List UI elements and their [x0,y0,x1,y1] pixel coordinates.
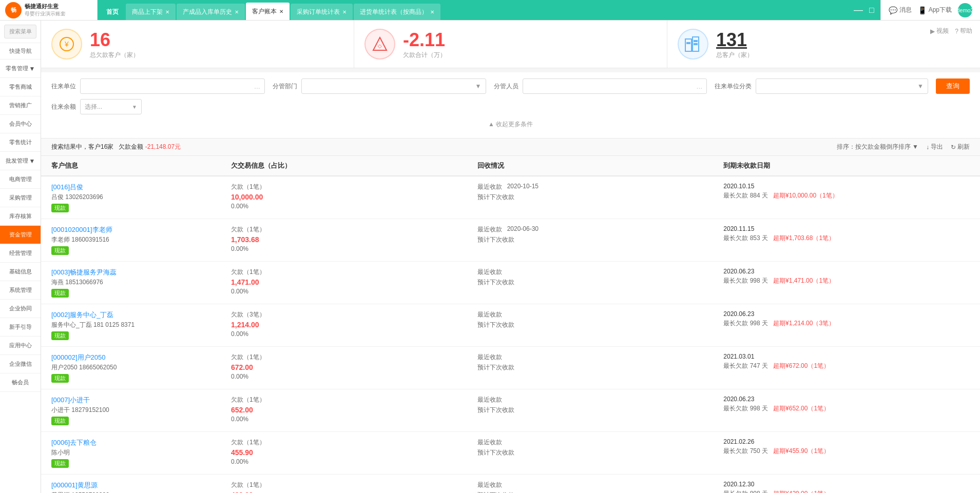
sidebar-item-new-guide[interactable]: 新手引导 [0,318,41,337]
filter-item-person: 分管人员 ... [494,78,707,94]
tab-customer-account[interactable]: 客户账本 ✕ [246,3,290,20]
sidebar-item-batch-management[interactable]: 批发管理 ▼ [0,152,41,170]
sidebar-item-inventory[interactable]: 库存核算 [0,207,41,226]
sidebar-item-retail-stats[interactable]: 零售统计 [0,133,41,152]
quick-nav-label: 快捷导航 [0,43,41,60]
sidebar-item-operations[interactable]: 经营管理 [0,244,41,263]
debt-info-0: 欠款（1笔） 10,000.00 0.00% [231,183,477,210]
view-video-btn[interactable]: ▶ 视频 [930,27,949,35]
debt-amount-5[interactable]: 652.00 [231,406,477,414]
sidebar-item-retail-store[interactable]: 零售商城 [0,78,41,96]
tab-inbound-stats[interactable]: 进货单统计表（按商品） ✕ [354,4,440,20]
table-row: [0006]去下粮仓 陈小明 现款 欠款（1笔） 455.90 0.00% 最近… [41,432,980,475]
tab-products-close[interactable]: ✕ [165,9,169,15]
sidebar-item-finance[interactable]: 资金管理 [0,226,41,244]
filter-item-dept: 分管部门 ▼ [273,78,486,94]
tab-purchase-stats-close[interactable]: ✕ [342,9,347,15]
sidebar-item-enterprise-wechat[interactable]: 企业微信 [0,355,41,373]
filter-dept-arrow: ▼ [475,83,482,90]
tab-production[interactable]: 产成品入库单历史 ✕ [177,4,245,20]
overdue-link-0[interactable]: 超期¥10,000.00（1笔） [773,192,838,199]
overdue-link-7[interactable]: 超期¥429.00（1笔） [773,490,830,493]
customer-code-6[interactable]: [0006]去下粮仓 [51,438,231,447]
message-btn[interactable]: 💬 消息 [889,6,912,14]
data-table: 客户信息 欠交易信息（占比） 回收情况 到期未收款日期 [0016]吕俊 吕俊 … [41,156,980,493]
sidebar-item-system[interactable]: 系统管理 [0,281,41,300]
filter-unit-label: 往来单位 [51,82,76,91]
brand-name: 畅捷通好生意 [25,3,66,10]
sidebar-item-member-center[interactable]: 会员中心 [0,115,41,133]
sidebar-item-marketing[interactable]: 营销推广 [0,96,41,115]
customer-code-5[interactable]: [0007]小进干 [51,396,231,405]
filter-balance-select[interactable]: 选择... ▼ [80,99,142,114]
customer-code-4[interactable]: [000002]用户2050 [51,353,231,362]
total-label: 总客户（家） [716,51,753,60]
debt-amount-1[interactable]: 1,703.68 [231,235,477,244]
recovery-info-6: 最近收款 预计下次收款 [477,438,724,457]
filter-category-input[interactable]: ▼ [756,78,928,94]
col-header-customer: 客户信息 [51,161,231,170]
customer-info-5: [0007]小进干 小进干 18279152100 现款 [51,396,231,425]
collapse-btn[interactable]: ▲ 收起更多条件 [51,117,970,132]
overdue-link-1[interactable]: 超期¥1,703.68（1笔） [773,234,835,242]
tab-products[interactable]: 商品上下架 ✕ [126,4,176,20]
filter-unit-input[interactable]: ... [80,78,265,94]
overdue-link-5[interactable]: 超期¥652.00（1笔） [773,405,830,412]
customer-code-0[interactable]: [0016]吕俊 [51,183,231,192]
sidebar-item-enterprise[interactable]: 企业协同 [0,300,41,318]
sidebar-item-ecommerce[interactable]: 电商管理 [0,170,41,189]
debt-amount-0[interactable]: 10,000.00 [231,193,477,201]
debt-amount-4[interactable]: 672.00 [231,363,477,371]
customer-code-1[interactable]: [0001020001]李老师 [51,225,231,234]
svg-rect-4 [685,39,691,51]
tab-customer-account-close[interactable]: ✕ [279,9,283,14]
amount-icon: ◇ [364,29,395,60]
debt-amount-2[interactable]: 1,471.00 [231,278,477,286]
suite-name: 母婴行业演示账套 [25,10,66,17]
sidebar-item-retail-management[interactable]: 零售管理 ▼ [0,60,41,78]
sidebar-item-basic-info[interactable]: 基础信息 [0,263,41,281]
tab-production-close[interactable]: ✕ [235,9,239,15]
sidebar: 搜索菜单 快捷导航 零售管理 ▼ 零售商城 营销推广 会员中心 零售统计 [0,21,41,493]
recovery-info-3: 最近收款 预计下次收款 [477,310,724,329]
overdue-link-2[interactable]: 超期¥1,471.00（1笔） [773,277,835,284]
search-menu-btn[interactable]: 搜索菜单 [4,25,36,38]
results-actions: 排序：按欠款金额倒序排序 ▼ ↓ 导出 ↻ 刷新 [837,143,970,151]
overdue-info-5: 2020.06.23 最长欠款 998 天 超期¥652.00（1笔） [723,396,970,413]
refresh-btn[interactable]: ↻ 刷新 [951,143,970,151]
tab-inbound-stats-close[interactable]: ✕ [430,9,434,15]
customer-phone-3: 服务中心_丁磊 181 0125 8371 [51,321,231,329]
user-avatar[interactable]: demo2 [958,3,972,17]
debt-amount-3[interactable]: 1,214.00 [231,321,477,329]
overdue-link-6[interactable]: 超期¥455.90（1笔） [773,447,830,455]
filter-item-category: 往来单位分类 ▼ [715,78,928,94]
content-area: ¥ 16 总欠款客户（家） ◇ [41,21,980,493]
app-download-btn[interactable]: 📱 App下载 [918,6,952,14]
tab-home[interactable]: 首页 [100,4,125,20]
overdue-link-3[interactable]: 超期¥1,214.00（3笔） [773,320,835,327]
filter-category-label: 往来单位分类 [715,82,752,91]
sidebar-item-app-center[interactable]: 应用中心 [0,337,41,355]
sort-arrow-icon[interactable]: ▼ [912,143,918,150]
customer-code-7[interactable]: [000001]黄思源 [51,481,231,490]
col-header-debt: 欠交易信息（占比） [231,161,477,170]
filter-dept-input[interactable]: ▼ [301,78,486,94]
help-btn[interactable]: ? 帮助 [955,27,972,35]
export-btn[interactable]: ↓ 导出 [926,143,943,151]
filter-person-input[interactable]: ... [523,78,707,94]
customer-code-3[interactable]: [0002]服务中心_丁磊 [51,310,231,320]
sidebar-item-super-member[interactable]: 畅会员 [0,373,41,392]
minimize-icon[interactable]: — [854,5,863,15]
customer-code-2[interactable]: [0003]畅捷服务尹海蕊 [51,268,231,277]
sidebar-item-purchase[interactable]: 采购管理 [0,189,41,207]
debt-amount-6[interactable]: 455.90 [231,448,477,457]
customer-info-0: [0016]吕俊 吕俊 13026203696 现款 [51,183,231,212]
play-icon: ▶ [930,28,935,35]
search-btn[interactable]: 查询 [936,78,970,94]
customer-tag-3: 现款 [51,331,69,340]
overdue-link-4[interactable]: 超期¥672.00（1笔） [773,362,830,369]
maximize-icon[interactable]: □ [869,6,874,15]
tab-purchase-stats[interactable]: 采购订单统计表 ✕ [291,4,353,20]
debt-amount-7[interactable]: 429.00 [231,491,477,493]
summary-card-amount: ◇ -2.11 欠款合计（万） [354,21,667,68]
